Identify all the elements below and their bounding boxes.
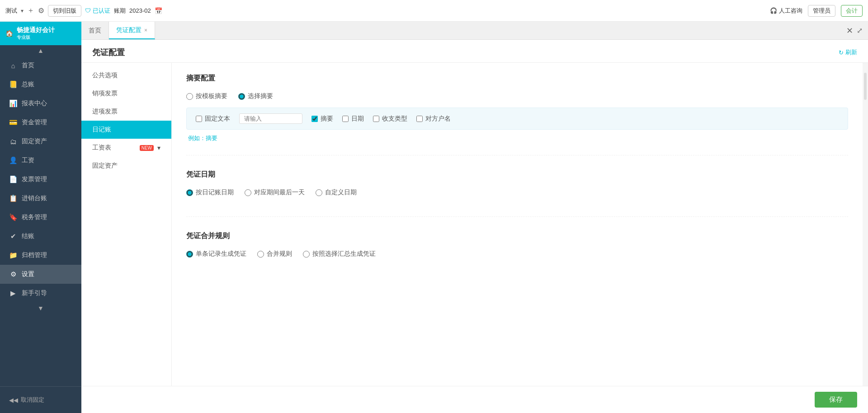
sidebar-item-archive[interactable]: 📁 归档管理	[0, 246, 81, 265]
custom-date-radio[interactable]	[316, 189, 322, 196]
logo-icon: 🏠	[5, 30, 13, 37]
sidebar-item-tax[interactable]: 🔖 税务管理	[0, 208, 81, 227]
template-radio-item[interactable]: 按模板摘要	[186, 92, 227, 100]
new-badge: NEW	[140, 145, 154, 151]
certified-label: 已认证	[93, 7, 110, 15]
sidebar-scroll-down[interactable]: ▼	[0, 303, 81, 314]
sidebar-item-report[interactable]: 📊 报表中心	[0, 94, 81, 113]
sidebar-item-invoice[interactable]: 📄 发票管理	[0, 170, 81, 189]
tab-bar: 首页 凭证配置 × ✕ ⤢	[81, 22, 868, 40]
tab-voucher-config[interactable]: 凭证配置 ×	[109, 22, 155, 39]
summary-section-title: 摘要配置	[186, 74, 848, 83]
closing-icon: ✔	[9, 232, 17, 240]
tab-close-icon[interactable]: ×	[144, 27, 147, 33]
logo-text: 畅捷通好会计	[17, 26, 55, 34]
date-radio-group: 按日记账日期 对应期间最后一天 自定义日期	[186, 188, 848, 197]
custom-date-radio-item[interactable]: 自定义日期	[316, 188, 357, 197]
sidebar-item-guide[interactable]: ▶ 新手引导	[0, 284, 81, 303]
summary-checkbox[interactable]	[311, 116, 318, 122]
template-radio-input[interactable]	[186, 93, 193, 100]
ledger-icon: 📒	[9, 80, 17, 89]
date-section-title: 凭证日期	[186, 170, 848, 179]
fixed-text-checkbox[interactable]	[196, 116, 202, 122]
fixed-text-input[interactable]	[239, 113, 302, 124]
tab-home[interactable]: 首页	[81, 22, 109, 39]
certified-badge: 🛡 已认证	[85, 7, 110, 15]
consult-label: 人工咨询	[779, 7, 802, 15]
shield-icon: 🛡	[85, 7, 91, 14]
date-checkbox-item[interactable]: 日期	[342, 115, 364, 123]
refresh-button[interactable]: ↻ 刷新	[839, 48, 857, 56]
period-last-radio-item[interactable]: 对应期间最后一天	[245, 188, 305, 197]
select-radio-label: 选择摘要	[248, 92, 273, 100]
assets-icon: 🗂	[9, 138, 17, 145]
counterpart-label: 对方户名	[425, 115, 451, 123]
sidebar-label-ledger: 总账	[22, 80, 34, 89]
window-expand-icon[interactable]: ⤢	[857, 26, 863, 35]
merge-rule-radio[interactable]	[257, 251, 264, 258]
sidebar-item-home[interactable]: ⌂ 首页	[0, 56, 81, 75]
journal-date-radio-item[interactable]: 按日记账日期	[186, 188, 234, 197]
consult-button[interactable]: 🎧 人工咨询	[770, 7, 802, 15]
sidebar-item-ledger[interactable]: 📒 总账	[0, 75, 81, 94]
refresh-icon: ↻	[839, 49, 844, 56]
sidebar-item-assets[interactable]: 🗂 固定资产	[0, 132, 81, 151]
company-dropdown-icon[interactable]: ▾	[21, 8, 24, 14]
select-merge-label: 按照选择汇总生成凭证	[312, 250, 376, 258]
left-nav-sales[interactable]: 销项发票	[81, 84, 171, 103]
counterpart-checkbox-item[interactable]: 对方户名	[416, 115, 451, 123]
sidebar-item-capital[interactable]: 💳 资金管理	[0, 113, 81, 132]
sidebar-item-settings[interactable]: ⚙ 设置	[0, 265, 81, 284]
select-merge-radio-item[interactable]: 按照选择汇总生成凭证	[303, 250, 376, 258]
save-button[interactable]: 保存	[815, 392, 857, 408]
sidebar-item-closing[interactable]: ✔ 结账	[0, 227, 81, 246]
company-name: 测试	[5, 7, 17, 15]
cancel-fixed-button[interactable]: ◀◀ 取消固定	[0, 391, 81, 408]
sidebar-item-purchase[interactable]: 📋 进销台账	[0, 189, 81, 208]
date-checkbox[interactable]	[342, 116, 349, 122]
period-label: 账期	[114, 7, 126, 15]
left-nav-public[interactable]: 公共选项	[81, 66, 171, 84]
left-nav-purchase-inv[interactable]: 进项发票	[81, 103, 171, 121]
salary-icon: 👤	[9, 156, 17, 164]
sidebar-item-salary[interactable]: 👤 工资	[0, 151, 81, 170]
admin-button[interactable]: 管理员	[808, 5, 835, 17]
fixed-text-checkbox-item[interactable]: 固定文本	[196, 115, 230, 123]
left-nav-payroll[interactable]: 工资表 NEW ▾	[81, 139, 171, 157]
add-icon[interactable]: ＋	[27, 6, 34, 15]
select-merge-radio[interactable]	[303, 251, 310, 258]
merge-rule-radio-item[interactable]: 合并规则	[257, 250, 292, 258]
sidebar-label-report: 报表中心	[22, 99, 47, 108]
summary-checkbox-item[interactable]: 摘要	[311, 115, 333, 123]
period-last-radio[interactable]	[245, 189, 251, 196]
sidebar-label-closing: 结账	[22, 232, 34, 240]
scrollbar-thumb[interactable]	[864, 73, 867, 100]
counterpart-checkbox[interactable]	[416, 116, 423, 122]
config-main: 摘要配置 按模板摘要 选择摘要	[172, 63, 863, 386]
select-radio-item[interactable]: 选择摘要	[238, 92, 273, 100]
journal-date-radio[interactable]	[186, 189, 193, 196]
content-area: 首页 凭证配置 × ✕ ⤢ 凭证配置 ↻ 刷新	[81, 22, 868, 413]
cancel-fixed-label: 取消固定	[21, 396, 44, 404]
income-type-label: 收支类型	[382, 115, 407, 123]
income-type-checkbox[interactable]	[373, 116, 379, 122]
income-type-checkbox-item[interactable]: 收支类型	[373, 115, 407, 123]
sidebar-scroll-up[interactable]: ▲	[0, 45, 81, 56]
calendar-icon[interactable]: 📅	[155, 7, 162, 14]
right-scrollbar	[863, 63, 868, 386]
single-radio-item[interactable]: 单条记录生成凭证	[186, 250, 246, 258]
left-nav-fixed-assets[interactable]: 固定资产	[81, 157, 171, 175]
single-radio[interactable]	[186, 251, 193, 258]
settings-icon[interactable]: ⚙	[38, 6, 44, 15]
switch-version-button[interactable]: 切到旧版	[48, 5, 81, 17]
left-nav-journal[interactable]: 日记账	[81, 121, 171, 139]
page-footer: 保存	[81, 386, 868, 413]
page-title: 凭证配置	[92, 47, 125, 58]
accountant-button[interactable]: 会计	[841, 5, 863, 17]
report-icon: 📊	[9, 99, 17, 108]
select-radio-input[interactable]	[238, 93, 245, 100]
home-icon: ⌂	[9, 62, 17, 70]
window-close-icon[interactable]: ✕	[846, 26, 853, 36]
sidebar-label-invoice: 发票管理	[22, 175, 47, 183]
sidebar-label-tax: 税务管理	[22, 213, 47, 221]
